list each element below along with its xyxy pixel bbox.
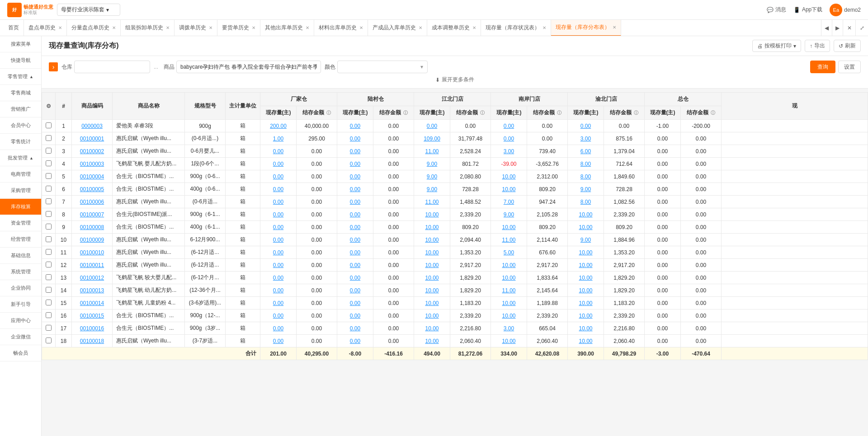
- cell-check[interactable]: [42, 246, 56, 259]
- sidebar-item-ecommerce[interactable]: 电商管理: [0, 166, 41, 183]
- row-checkbox[interactable]: [46, 249, 52, 255]
- cell-check[interactable]: [42, 234, 56, 246]
- cell-check[interactable]: [42, 272, 56, 284]
- row-checkbox[interactable]: [46, 325, 52, 331]
- goods-input[interactable]: [176, 61, 321, 73]
- search-button[interactable]: 查询: [810, 61, 835, 73]
- tab-inventory-status[interactable]: 现存量（库存状况表） ✕: [481, 20, 551, 36]
- sidebar-item-mall[interactable]: 零售商城: [0, 85, 41, 101]
- tab-portion-check[interactable]: 分量盘点单历史 ✕: [67, 20, 121, 36]
- close-icon[interactable]: ✕: [613, 25, 616, 30]
- row-checkbox[interactable]: [46, 312, 52, 318]
- cell-check[interactable]: [42, 259, 56, 272]
- close-icon[interactable]: ✕: [252, 25, 255, 30]
- cell-check[interactable]: [42, 158, 56, 170]
- row-checkbox[interactable]: [46, 211, 52, 217]
- warehouse-dots[interactable]: ...: [152, 64, 160, 70]
- cell-check[interactable]: [42, 208, 56, 221]
- app-download-action[interactable]: 📱 App下载: [793, 6, 822, 14]
- nav-prev[interactable]: ◀: [821, 20, 832, 36]
- cell-check[interactable]: [42, 309, 56, 322]
- sidebar-item-basic[interactable]: 基础信息: [0, 248, 41, 264]
- cell-check[interactable]: [42, 221, 56, 234]
- refresh-button[interactable]: ↺ 刷新: [834, 40, 861, 52]
- close-icon[interactable]: ✕: [419, 25, 422, 30]
- tab-outbound[interactable]: 其他出库单历史 ✕: [260, 20, 314, 36]
- row-checkbox[interactable]: [46, 186, 52, 192]
- close-icon[interactable]: ✕: [112, 25, 116, 30]
- user-action[interactable]: Ea demo2: [830, 4, 861, 16]
- sidebar-item-inventory[interactable]: 库存核算: [0, 199, 41, 215]
- gear-icon[interactable]: ⚙: [46, 103, 51, 109]
- sidebar-item-nav[interactable]: 快捷导航: [0, 52, 41, 69]
- message-action[interactable]: 💬 消息: [767, 6, 786, 14]
- setting-button[interactable]: 设置: [838, 61, 861, 73]
- export-button[interactable]: ↑ 导出: [805, 40, 830, 52]
- info-icon[interactable]: ⓘ: [711, 110, 715, 115]
- row-checkbox[interactable]: [46, 135, 52, 141]
- tab-inventory-distribution[interactable]: 现存量（库存分布表） ✕: [551, 20, 621, 36]
- close-icon[interactable]: ✕: [472, 25, 476, 30]
- table-container[interactable]: ⚙ # 商品编码 商品名称 规格型号 主计量单位 厂家仓 陆村仓 江北门店 南岸…: [42, 89, 868, 436]
- row-checkbox[interactable]: [46, 300, 52, 305]
- cell-check[interactable]: [42, 120, 56, 132]
- row-checkbox[interactable]: [46, 224, 52, 230]
- tab-inventory-check[interactable]: 盘点单历史 ✕: [24, 20, 67, 36]
- color-input[interactable]: [337, 61, 428, 73]
- close-icon[interactable]: ✕: [542, 25, 546, 30]
- collapse-filter-button[interactable]: ›: [49, 62, 58, 71]
- row-checkbox[interactable]: [46, 287, 52, 293]
- sidebar-item-apps[interactable]: 应用中心: [0, 313, 41, 329]
- close-icon[interactable]: ✕: [306, 25, 309, 30]
- sidebar-item-operations[interactable]: 经营管理: [0, 231, 41, 248]
- sidebar-item-system[interactable]: 系统管理: [0, 264, 41, 280]
- sidebar-item-member[interactable]: 会员中心: [0, 117, 41, 134]
- tab-product-inbound[interactable]: 产成品入库单历史 ✕: [368, 20, 427, 36]
- nav-next[interactable]: ▶: [832, 20, 843, 36]
- cell-check[interactable]: [42, 196, 56, 208]
- info-icon[interactable]: ⓘ: [557, 110, 561, 115]
- info-icon[interactable]: ⓘ: [480, 110, 485, 115]
- th-settings[interactable]: ⚙: [42, 93, 56, 120]
- sidebar-item-wholesale[interactable]: 批发管理 ▲: [0, 150, 41, 166]
- sidebar-item-search[interactable]: 搜索英单: [0, 36, 41, 52]
- close-icon[interactable]: ✕: [209, 25, 212, 30]
- expand-more[interactable]: ⬇ 展开更多条件: [49, 76, 861, 84]
- tab-order[interactable]: 要货单历史 ✕: [217, 20, 260, 36]
- row-checkbox[interactable]: [46, 262, 52, 267]
- close-icon[interactable]: ✕: [359, 25, 363, 30]
- sidebar-item-member2[interactable]: 畅会员: [0, 345, 41, 361]
- close-icon[interactable]: ✕: [166, 25, 170, 30]
- row-checkbox[interactable]: [46, 160, 52, 166]
- tab-home[interactable]: 首页: [4, 20, 24, 36]
- cell-check[interactable]: [42, 132, 56, 145]
- sidebar-item-collab[interactable]: 企业协同: [0, 280, 41, 296]
- row-checkbox[interactable]: [46, 173, 52, 179]
- sidebar-item-retail[interactable]: 零售管理 ▲: [0, 69, 41, 85]
- nav-expand[interactable]: ⤢: [855, 20, 868, 36]
- print-button[interactable]: 🖨 按模板打印 ▾: [752, 40, 801, 52]
- row-checkbox[interactable]: [46, 148, 52, 154]
- cell-check[interactable]: [42, 145, 56, 158]
- sidebar-item-purchase[interactable]: 采购管理: [0, 183, 41, 199]
- cell-check[interactable]: [42, 183, 56, 196]
- sidebar-item-guide[interactable]: 新手引导: [0, 296, 41, 313]
- tab-material[interactable]: 材料出库单历史 ✕: [314, 20, 368, 36]
- sidebar-item-finance[interactable]: 资金管理: [0, 215, 41, 231]
- info-icon[interactable]: ⓘ: [403, 110, 408, 115]
- tab-cost-adjust[interactable]: 成本调整单历史 ✕: [427, 20, 481, 36]
- info-icon[interactable]: ⓘ: [634, 110, 638, 115]
- row-checkbox[interactable]: [46, 274, 52, 280]
- cell-check[interactable]: [42, 170, 56, 183]
- tab-transfer[interactable]: 调拨单历史 ✕: [175, 20, 217, 36]
- sidebar-item-wechat[interactable]: 企业微信: [0, 329, 41, 345]
- row-checkbox[interactable]: [46, 122, 52, 128]
- cell-check[interactable]: [42, 297, 56, 309]
- cell-check[interactable]: [42, 284, 56, 297]
- row-checkbox[interactable]: [46, 338, 52, 343]
- nav-close-all[interactable]: ✕: [843, 20, 855, 36]
- close-icon[interactable]: ✕: [58, 25, 62, 30]
- tab-assembly[interactable]: 组装拆卸单历史 ✕: [121, 20, 175, 36]
- info-icon[interactable]: ⓘ: [326, 110, 331, 115]
- cell-check[interactable]: [42, 322, 56, 335]
